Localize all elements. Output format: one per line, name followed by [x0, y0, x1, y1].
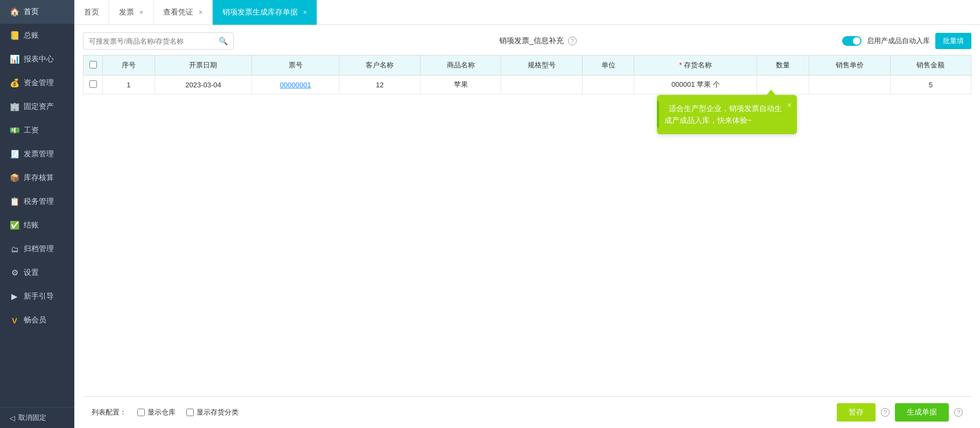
- toolbar-center: 销项发票_信息补充 ?: [240, 36, 836, 46]
- unfix-button[interactable]: ◁ 取消固定: [0, 407, 74, 428]
- tab-home[interactable]: 首页: [74, 0, 109, 25]
- vip-icon: V: [10, 315, 19, 325]
- col-stock-name: * 存货名称: [634, 56, 757, 75]
- cell-product: 苹果: [420, 75, 501, 94]
- table-wrapper: 序号 开票日期 票号 客户名称 商品名称 规格型号 单位 * 存货名称 数量 销…: [83, 55, 971, 396]
- list-config-label: 列表配置：: [92, 408, 127, 417]
- cell-no[interactable]: 00000001: [252, 75, 339, 94]
- row-checkbox[interactable]: [89, 80, 97, 88]
- batch-fill-button[interactable]: 批量填: [935, 33, 971, 49]
- select-all-checkbox[interactable]: [89, 61, 97, 68]
- archive-icon: 🗂: [10, 244, 19, 254]
- tooltip-indicator: [657, 101, 659, 128]
- col-product: 商品名称: [420, 56, 501, 75]
- col-qty: 数量: [757, 56, 809, 75]
- cell-stock-name[interactable]: 000001 苹果 个: [634, 75, 757, 94]
- data-table: 序号 开票日期 票号 客户名称 商品名称 规格型号 单位 * 存货名称 数量 销…: [83, 55, 971, 94]
- cell-customer: 12: [339, 75, 420, 94]
- generate-help-icon[interactable]: ?: [954, 408, 963, 417]
- save-button[interactable]: 暂存: [837, 403, 876, 422]
- sidebar-item-home[interactable]: 🏠 首页: [0, 0, 74, 24]
- cell-qty: [757, 75, 809, 94]
- sidebar-item-guide[interactable]: ▶ 新手引导: [0, 285, 74, 308]
- show-warehouse-option[interactable]: 显示仓库: [137, 408, 176, 417]
- home-icon: 🏠: [10, 7, 19, 17]
- sidebar-item-asset[interactable]: 🏢 固定资产: [0, 95, 74, 119]
- save-help-icon[interactable]: ?: [881, 408, 890, 417]
- generate-button[interactable]: 生成单据: [895, 403, 949, 422]
- invoice-icon: 🧾: [10, 149, 19, 159]
- col-date: 开票日期: [155, 56, 251, 75]
- cell-seq: 1: [103, 75, 155, 94]
- tooltip-close-button[interactable]: ×: [787, 99, 792, 111]
- select-all-header: [83, 56, 103, 75]
- cell-spec: [501, 75, 582, 94]
- settings-icon: ⚙: [10, 268, 19, 278]
- sidebar-item-invoice[interactable]: 🧾 发票管理: [0, 142, 74, 166]
- invoice-no-link[interactable]: 00000001: [280, 81, 311, 89]
- tab-invoice-close[interactable]: ×: [139, 9, 143, 16]
- sidebar-item-inventory[interactable]: 📦 库存核算: [0, 166, 74, 190]
- guide-icon: ▶: [10, 292, 19, 301]
- toggle-label: 启用产成品自动入库: [867, 36, 930, 46]
- col-amount: 销售金额: [890, 56, 971, 75]
- col-unit: 单位: [582, 56, 634, 75]
- tab-voucher-close[interactable]: ×: [199, 9, 202, 16]
- sidebar-item-settings[interactable]: ⚙ 设置: [0, 261, 74, 285]
- auto-stock-toggle[interactable]: [842, 36, 862, 46]
- search-input[interactable]: [89, 37, 215, 45]
- sidebar-item-report[interactable]: 📊 报表中心: [0, 47, 74, 71]
- show-category-checkbox[interactable]: [186, 409, 194, 416]
- unfix-icon: ◁: [10, 414, 15, 422]
- search-box[interactable]: 🔍: [83, 32, 234, 50]
- table-row: 1 2023-03-04 00000001 12 苹果 000001 苹果 个 …: [83, 75, 971, 94]
- asset-icon: 🏢: [10, 102, 19, 112]
- tax-icon: 📋: [10, 197, 19, 206]
- sidebar: 🏠 首页 📒 总账 📊 报表中心 💰 资金管理 🏢 固定资产 💵 工资 🧾 发票…: [0, 0, 74, 428]
- col-customer: 客户名称: [339, 56, 420, 75]
- main-area: 首页 发票 × 查看凭证 × 销项发票生成库存单据 × 🔍 销项发票_信息补充 …: [74, 0, 980, 428]
- info-label: 销项发票_信息补充: [499, 36, 564, 46]
- col-no: 票号: [252, 56, 339, 75]
- tooltip-box: × 适合生产型企业，销项发票自动生成产成品入库，快来体验~: [657, 95, 797, 134]
- search-icon: 🔍: [219, 37, 228, 45]
- tab-stock-from-invoice-close[interactable]: ×: [303, 9, 307, 16]
- report-icon: 📊: [10, 54, 19, 64]
- content-area: 🔍 销项发票_信息补充 ? 启用产成品自动入库 批量填: [74, 25, 980, 428]
- sidebar-item-payroll[interactable]: 💵 工资: [0, 119, 74, 142]
- bottom-bar: 列表配置： 显示仓库 显示存货分类 暂存 ? 生成单据 ?: [83, 396, 971, 428]
- col-price: 销售单价: [809, 56, 890, 75]
- sidebar-item-ledger[interactable]: 📒 总账: [0, 24, 74, 47]
- sidebar-item-tax[interactable]: 📋 税务管理: [0, 190, 74, 213]
- fund-icon: 💰: [10, 78, 19, 88]
- settle-icon: ✅: [10, 220, 19, 230]
- cell-amount: 5: [890, 75, 971, 94]
- cell-unit: [582, 75, 634, 94]
- sidebar-item-fund[interactable]: 💰 资金管理: [0, 71, 74, 95]
- show-category-option[interactable]: 显示存货分类: [186, 408, 239, 417]
- tab-bar: 首页 发票 × 查看凭证 × 销项发票生成库存单据 ×: [74, 0, 980, 25]
- payroll-icon: 💵: [10, 126, 19, 135]
- cell-date: 2023-03-04: [155, 75, 251, 94]
- col-seq: 序号: [103, 56, 155, 75]
- cell-price: [809, 75, 890, 94]
- inventory-icon: 📦: [10, 173, 19, 183]
- sidebar-item-vip[interactable]: V 畅会员: [0, 308, 74, 332]
- tab-stock-from-invoice[interactable]: 销项发票生成库存单据 ×: [213, 0, 317, 25]
- bottom-actions: 暂存 ? 生成单据 ?: [837, 403, 963, 422]
- info-help-icon[interactable]: ?: [568, 37, 577, 45]
- tooltip-text: 适合生产型企业，销项发票自动生成产成品入库，快来体验~: [664, 104, 782, 125]
- ledger-icon: 📒: [10, 31, 19, 40]
- tab-invoice[interactable]: 发票 ×: [109, 0, 153, 25]
- sidebar-item-settle[interactable]: ✅ 结账: [0, 213, 74, 237]
- toolbar: 🔍 销项发票_信息补充 ? 启用产成品自动入库 批量填: [83, 32, 971, 50]
- show-warehouse-checkbox[interactable]: [137, 409, 145, 416]
- toolbar-right: 启用产成品自动入库 批量填: [842, 33, 971, 49]
- tab-voucher[interactable]: 查看凭证 ×: [153, 0, 213, 25]
- col-spec: 规格型号: [501, 56, 582, 75]
- row-checkbox-cell: [83, 75, 103, 94]
- sidebar-item-archive[interactable]: 🗂 归档管理: [0, 237, 74, 261]
